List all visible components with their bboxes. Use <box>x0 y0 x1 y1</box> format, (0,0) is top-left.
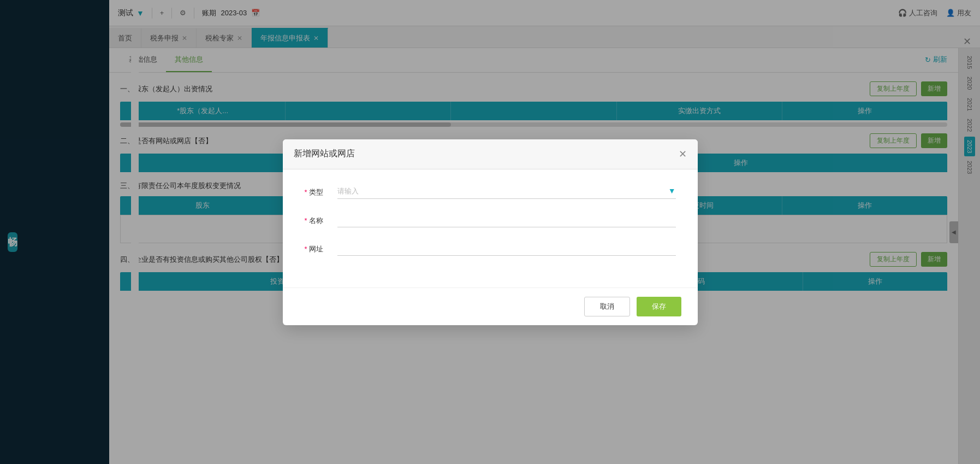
form-item-type: * 类型 ▼ <box>305 186 676 199</box>
modal-body: * 类型 ▼ * 名称 * 网址 <box>283 169 698 287</box>
form-item-name: * 名称 <box>305 214 676 227</box>
type-input[interactable] <box>337 186 668 196</box>
form-label-type: * 类型 <box>305 187 337 197</box>
modal-title: 新增网站或网店 <box>294 148 355 160</box>
save-button[interactable]: 保存 <box>637 297 681 316</box>
modal-header: 新增网站或网店 ✕ <box>283 139 698 169</box>
label-text: 网址 <box>309 245 323 253</box>
required-star: * <box>305 216 307 225</box>
cancel-button[interactable]: 取消 <box>584 297 630 316</box>
form-input-wrap-type: ▼ <box>337 186 676 199</box>
name-input[interactable] <box>337 214 676 225</box>
form-label-url: * 网址 <box>305 244 337 254</box>
dropdown-arrow-icon[interactable]: ▼ <box>668 186 676 195</box>
modal-footer: 取消 保存 <box>283 287 698 325</box>
form-item-url: * 网址 <box>305 243 676 256</box>
url-input[interactable] <box>337 243 676 253</box>
required-star: * <box>305 188 307 196</box>
modal-add-website: 新增网站或网店 ✕ * 类型 ▼ * 名称 <box>283 139 698 325</box>
label-text: 类型 <box>309 188 323 196</box>
form-input-wrap-url <box>337 243 676 256</box>
form-label-name: * 名称 <box>305 216 337 226</box>
modal-overlay: 新增网站或网店 ✕ * 类型 ▼ * 名称 <box>0 0 980 464</box>
label-text: 名称 <box>309 216 323 225</box>
form-input-wrap-name <box>337 214 676 227</box>
required-star: * <box>305 245 307 253</box>
modal-close-button[interactable]: ✕ <box>679 148 687 160</box>
